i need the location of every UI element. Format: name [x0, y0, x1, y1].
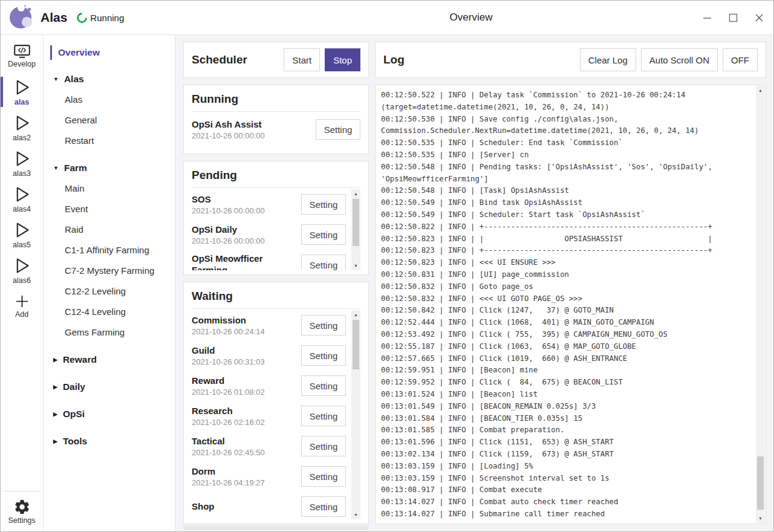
waiting-card: Waiting Commission2021-10-26 00:24:14Set… [183, 282, 369, 524]
scroll-down-icon[interactable]: ▼ [351, 510, 360, 519]
setting-button[interactable]: Setting [301, 255, 346, 270]
nav-group-tools[interactable]: ▶Tools [44, 432, 175, 451]
setting-button[interactable]: Setting [316, 119, 360, 140]
nav-group-opsi[interactable]: ▶OpSi [44, 404, 175, 424]
main-content: Scheduler Start Stop Running OpSi Ash As… [175, 35, 773, 531]
log-panel: 00:12:50.522 | INFO | Delay task `Commis… [375, 85, 766, 524]
task-name: Guild [192, 345, 298, 356]
log-line: 00:13:01.524 | INFO | [Beacon] list [381, 389, 750, 401]
nav-item-alas[interactable]: Alas [44, 89, 175, 109]
rail-item-alas3[interactable]: alas3 [1, 146, 43, 181]
scroll-up-icon[interactable]: ▲ [756, 86, 765, 95]
nav-item-event[interactable]: Event [44, 198, 175, 219]
scroll-up-icon[interactable]: ▲ [351, 189, 360, 198]
nav-item-overview[interactable]: Overview [44, 44, 175, 62]
setting-button[interactable]: Setting [301, 466, 346, 487]
mid-column-horizontal-scrollbar[interactable] [183, 525, 369, 530]
nav-item-c1-1-affinity-farming[interactable]: C1-1 Affinity Farming [44, 239, 175, 260]
nav-group-farm[interactable]: ▼Farm [44, 158, 175, 178]
nav-group-reward[interactable]: ▶Reward [44, 350, 175, 369]
task-time: 2021-10-26 00:00:00 [192, 206, 298, 215]
task-name: Tactical [192, 435, 298, 447]
rail-item-alas2[interactable]: alas2 [1, 110, 43, 145]
task-time: 2021-10-26 00:00:00 [192, 236, 298, 245]
log-line: Commission.Scheduler.NextRun=datetime.da… [381, 125, 750, 137]
log-line: 00:12:50.530 | INFO | Save config ./conf… [381, 114, 750, 126]
setting-button[interactable]: Setting [301, 375, 346, 396]
task-info: Commission2021-10-26 00:24:14 [192, 314, 301, 336]
log-line: 00:12:50.823 | INFO | | OPSIASHASSIST | [381, 233, 750, 245]
pending-list: SOS2021-10-26 00:00:00SettingOpSi Daily2… [192, 189, 360, 270]
close-icon[interactable] [754, 13, 764, 22]
nav-item-c12-4-leveling[interactable]: C12-4 Leveling [44, 301, 175, 322]
log-line: 00:12:52.444 | INFO | Click (1068, 401) … [381, 317, 750, 329]
setting-button[interactable]: Setting [301, 224, 346, 245]
rail-item-alas6[interactable]: alas6 [1, 253, 43, 288]
scrollbar-thumb[interactable] [353, 199, 359, 246]
nav-item-gems-farming[interactable]: Gems Farming [44, 322, 175, 342]
rail-item-alas[interactable]: alas [1, 74, 43, 109]
log-line: 00:12:50.535 | INFO | Scheduler: End tas… [381, 137, 750, 149]
play-icon [13, 114, 31, 132]
task-info: SOS2021-10-26 00:00:00 [192, 193, 301, 215]
log-line: (target=datetime.datetime(2021, 10, 26, … [381, 102, 750, 114]
plus-icon [15, 294, 30, 309]
setting-button[interactable]: Setting [301, 345, 346, 366]
rail-item-develop[interactable]: Develop [1, 39, 43, 74]
log-line: 00:12:50.832 | INFO | <<< UI GOTO PAGE_O… [381, 293, 750, 305]
rail-item-label: alas4 [13, 205, 31, 213]
log-line: 00:12:50.823 | INFO | <<< UI ENSURE >>> [381, 257, 750, 269]
task-info: OpSi Daily2021-10-26 00:00:00 [192, 224, 301, 245]
log-line: 00:12:59.952 | INFO | Click ( 84, 675) @… [381, 377, 750, 389]
scrollbar-thumb[interactable] [757, 456, 764, 510]
status-indicator: Running [77, 13, 124, 23]
nav-group-label: OpSi [63, 409, 85, 420]
log-line: 00:12:50.548 | INFO | [Task] OpsiAshAssi… [381, 185, 750, 197]
nav-item-c12-2-leveling[interactable]: C12-2 Leveling [44, 281, 175, 301]
autoscroll-on-button[interactable]: Auto Scroll ON [641, 48, 718, 71]
setting-button[interactable]: Setting [301, 496, 346, 517]
nav-item-c7-2-mystery-farming[interactable]: C7-2 Mystery Farming [44, 260, 175, 281]
nav-item-general[interactable]: General [44, 109, 175, 130]
nav-group-alas[interactable]: ▼Alas [44, 70, 175, 89]
chevron-down-icon: ▼ [53, 165, 59, 171]
rail-item-label: alas6 [13, 276, 31, 285]
clear-log-button[interactable]: Clear Log [580, 48, 636, 71]
task-name: OpSi Meowfficer Farming [192, 253, 298, 270]
task-row: OpSi Meowfficer FarmingSetting [192, 250, 346, 270]
nav-item-raid[interactable]: Raid [44, 219, 175, 239]
log-line: 00:12:50.842 | INFO | Click (1247, 37) @… [381, 305, 750, 317]
stop-button[interactable]: Stop [325, 48, 360, 71]
scheduler-card: Scheduler Start Stop [183, 42, 369, 78]
rail-item-label: alas [15, 98, 29, 106]
scroll-down-icon[interactable]: ▼ [756, 514, 765, 523]
pending-card: Pending SOS2021-10-26 00:00:00SettingOpS… [183, 161, 369, 275]
log-line: 00:13:08.917 | INFO | Combat execute [381, 484, 750, 496]
setting-button[interactable]: Setting [301, 406, 346, 426]
rail-item-alas4[interactable]: alas4 [1, 181, 43, 216]
nav-group-daily[interactable]: ▶Daily [44, 377, 175, 397]
nav-item-main[interactable]: Main [44, 178, 175, 198]
rail-item-add[interactable]: Add [1, 288, 43, 323]
nav-item-restart[interactable]: Restart [44, 130, 175, 151]
scrollbar-thumb[interactable] [353, 320, 359, 369]
rail-item-label: alas5 [13, 241, 31, 249]
scroll-down-icon[interactable]: ▼ [351, 261, 360, 270]
chevron-right-icon: ▶ [53, 384, 57, 390]
rail-item-settings[interactable]: Settings [1, 491, 43, 531]
task-row: Reward2021-10-26 01:08:02Setting [192, 371, 346, 401]
scroll-up-icon[interactable]: ▲ [351, 310, 360, 319]
minimize-icon[interactable] [702, 13, 712, 22]
setting-button[interactable]: Setting [301, 436, 346, 456]
autoscroll-off-button[interactable]: OFF [723, 48, 758, 71]
rail-item-alas5[interactable]: alas5 [1, 217, 43, 252]
log-line: 00:12:57.665 | INFO | Click (1019, 660) … [381, 353, 750, 365]
log-header-card: Log Clear Log Auto Scroll ON OFF [375, 42, 766, 78]
maximize-icon[interactable] [728, 13, 738, 22]
setting-button[interactable]: Setting [301, 194, 346, 215]
log-scrollbar[interactable]: ▲ ▼ [756, 86, 765, 523]
waiting-scrollbar[interactable]: ▲ ▼ [351, 310, 360, 519]
setting-button[interactable]: Setting [301, 315, 346, 336]
pending-scrollbar[interactable]: ▲ ▼ [351, 189, 360, 270]
start-button[interactable]: Start [284, 48, 320, 71]
